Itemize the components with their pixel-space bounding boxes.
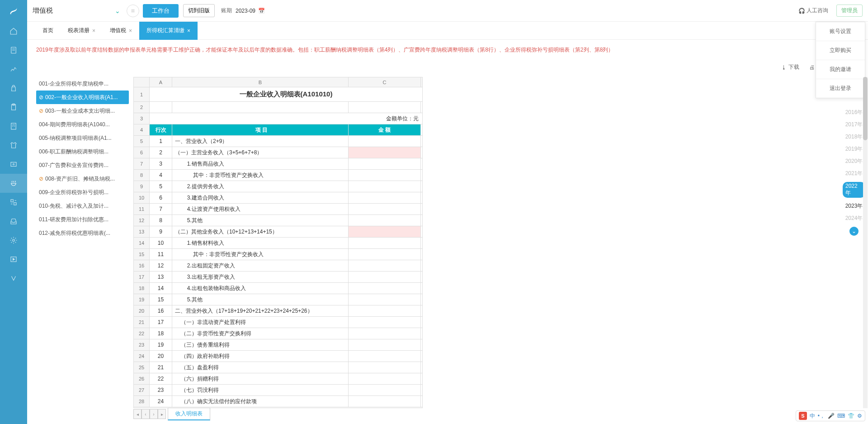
year-2021年[interactable]: 2021年 xyxy=(845,170,863,177)
data-row[interactable]: 2016二、营业外收入（17+18+19+20+21+22+23+24+25+2… xyxy=(134,305,422,317)
year-more-icon[interactable]: ⌄ xyxy=(849,227,859,236)
data-row[interactable]: 1612 2.出租固定资产收入 xyxy=(134,260,422,272)
tree-item-5[interactable]: 006-职工薪酬纳税调整明细... xyxy=(36,145,129,158)
year-2023年[interactable]: 2023年 xyxy=(845,202,863,210)
year-2016年[interactable]: 2016年 xyxy=(845,109,863,116)
nav-gear-icon[interactable] xyxy=(0,231,27,250)
tree-item-3[interactable]: 004-期间费用明细表(A1040... xyxy=(36,118,129,131)
data-row[interactable]: 1410 1.销售材料收入 xyxy=(134,238,422,249)
nav-inbox-icon[interactable] xyxy=(0,212,27,231)
tab-0[interactable]: 首页 xyxy=(35,22,61,40)
ime-keyboard-icon[interactable]: ⌨ xyxy=(837,413,845,419)
year-rail: 2016年2017年2018年2019年2020年2021年2022年2023年… xyxy=(843,109,865,236)
data-row[interactable]: 117 4.让渡资产使用权收入 xyxy=(134,204,422,215)
data-row[interactable]: 139（二）其他业务收入（10+12+13+14+15） xyxy=(134,226,422,238)
sheet-tab[interactable]: 收入明细表 xyxy=(168,408,210,420)
tree-item-8[interactable]: 009-企业所得税弥补亏损明... xyxy=(36,186,129,199)
data-row[interactable]: 1814 4.出租包装物和商品收入 xyxy=(134,283,422,294)
tree-item-1[interactable]: ⊘002-一般企业收入明细表(A1... xyxy=(36,91,129,104)
data-row[interactable]: 2420 （四）政府补助利得 xyxy=(134,351,422,362)
tree-label: 004-期间费用明细表(A1040... xyxy=(39,121,110,129)
product-selector[interactable]: 增值税 ⌄ xyxy=(33,6,123,15)
nav-transfer-icon[interactable] xyxy=(0,193,27,212)
tree-item-2[interactable]: ⊘003-一般企业成本支出明细... xyxy=(36,104,129,118)
sheet-nav-last[interactable]: ▸ xyxy=(158,409,166,419)
data-row[interactable]: 1511 其中：非货币性资产交换收入 xyxy=(134,249,422,260)
ime-bar[interactable]: S 中 •， 🎤 ⌨ 👕 ⚙ xyxy=(796,410,865,421)
circle-menu-icon[interactable] xyxy=(127,5,139,17)
data-row[interactable]: 73 1.销售商品收入 xyxy=(134,158,422,170)
tree-item-9[interactable]: 010-免税、减计收入及加计... xyxy=(36,199,129,213)
data-row[interactable]: 1713 3.出租无形资产收入 xyxy=(134,272,422,283)
data-row[interactable]: 2117 （一）非流动资产处置利得 xyxy=(134,317,422,328)
usermenu-item-2[interactable]: 我的邀请 xyxy=(816,60,865,79)
data-row[interactable]: 128 5.其他 xyxy=(134,215,422,226)
data-row[interactable]: 62（一）主营业务收入（3+5+6+7+8） xyxy=(134,147,422,158)
workbench-button[interactable]: 工作台 xyxy=(143,4,179,18)
tree-label: 002-一般企业收入明细表(A1... xyxy=(45,94,118,101)
switch-old-button[interactable]: 切到旧版 xyxy=(183,4,215,17)
tree-item-7[interactable]: ⊘008-资产折旧、摊销及纳税... xyxy=(36,172,129,186)
page-scrollbar[interactable] xyxy=(863,77,868,408)
usermenu-item-3[interactable]: 退出登录 xyxy=(816,79,865,98)
tree-item-11[interactable]: 012-减免所得税优惠明细表(... xyxy=(36,226,129,240)
nav-bag-icon[interactable] xyxy=(0,79,27,98)
nav-video-icon[interactable] xyxy=(0,250,27,269)
nav-calc-icon[interactable] xyxy=(0,117,27,136)
year-2024年[interactable]: 2024年 xyxy=(845,214,863,222)
period-value[interactable]: 2023-09 xyxy=(236,8,255,14)
nav-v-icon[interactable] xyxy=(0,269,27,288)
year-2019年[interactable]: 2019年 xyxy=(845,145,863,153)
tab-3[interactable]: 所得税汇算清缴× xyxy=(139,22,198,40)
data-row[interactable]: 2218 （二）非货币性资产交换利得 xyxy=(134,328,422,339)
calendar-icon[interactable]: 📅 xyxy=(258,8,265,14)
data-row[interactable]: 2319 （三）债务重组利得 xyxy=(134,339,422,351)
tree-item-0[interactable]: 001-企业所得税年度纳税申... xyxy=(36,77,129,91)
year-2018年[interactable]: 2018年 xyxy=(845,133,863,141)
data-row[interactable]: 2521 （五）盘盈利得 xyxy=(134,362,422,373)
tab-1[interactable]: 税表清册× xyxy=(61,22,103,40)
chevron-down-icon: ⌄ xyxy=(115,7,120,14)
data-row[interactable]: 95 2.提供劳务收入 xyxy=(134,181,422,192)
nav-money-icon[interactable] xyxy=(0,155,27,174)
tree-item-6[interactable]: 007-广告费和业务宣传费跨... xyxy=(36,158,129,172)
data-row[interactable]: 2622 （六）捐赠利得 xyxy=(134,373,422,385)
usermenu-item-1[interactable]: 立即购买 xyxy=(816,41,865,60)
tree-item-4[interactable]: 005-纳税调整项目明细表(A1... xyxy=(36,131,129,145)
admin-button[interactable]: 管理员 xyxy=(836,5,863,17)
nav-chart-icon[interactable] xyxy=(0,60,27,79)
ime-punct-icon[interactable]: •， xyxy=(818,412,825,420)
close-icon[interactable]: × xyxy=(92,28,95,34)
year-2022年[interactable]: 2022年 xyxy=(843,182,865,198)
nav-doc-icon[interactable] xyxy=(0,41,27,60)
nav-bowl-icon[interactable] xyxy=(0,174,27,193)
tab-2[interactable]: 增值税× xyxy=(103,22,139,40)
close-icon[interactable]: × xyxy=(187,28,190,34)
ime-mic-icon[interactable]: 🎤 xyxy=(828,413,835,419)
data-row[interactable]: 2723 （七）罚没利得 xyxy=(134,385,422,396)
close-icon[interactable]: × xyxy=(129,28,132,34)
nav-shirt-icon[interactable] xyxy=(0,136,27,155)
sheet-nav-prev[interactable]: ‹ xyxy=(142,409,150,419)
tree-item-10[interactable]: 011-研发费用加计扣除优惠... xyxy=(36,213,129,226)
usermenu-item-0[interactable]: 账号设置 xyxy=(816,22,865,41)
data-row[interactable]: 2824 （八）确实无法偿付的应付款项 xyxy=(134,396,422,407)
year-2017年[interactable]: 2017年 xyxy=(845,121,863,129)
sheet-nav-first[interactable]: ◂ xyxy=(133,409,142,419)
nav-home-icon[interactable] xyxy=(0,22,27,41)
data-row[interactable]: 1915 5.其他 xyxy=(134,294,422,305)
data-row[interactable]: 51一、营业收入（2+9） xyxy=(134,136,422,147)
ime-lang[interactable]: 中 xyxy=(810,412,815,420)
ime-tools-icon[interactable]: ⚙ xyxy=(857,413,862,419)
ime-skin-icon[interactable]: 👕 xyxy=(848,413,854,419)
year-2020年[interactable]: 2020年 xyxy=(845,157,863,165)
download-button[interactable]: ⭳下载 xyxy=(781,63,799,71)
sheet-nav-next[interactable]: › xyxy=(150,409,158,419)
logo-icon[interactable] xyxy=(0,0,27,22)
data-row[interactable]: 106 3.建造合同收入 xyxy=(134,192,422,204)
scrollbar-thumb[interactable] xyxy=(863,77,868,140)
consult-link[interactable]: 🎧 人工咨询 xyxy=(798,7,828,14)
nav-clipboard-icon[interactable] xyxy=(0,98,27,117)
spreadsheet[interactable]: A B C 1一般企业收入明细表(A101010) 2 3金额单位：元 4行次项… xyxy=(133,77,423,408)
data-row[interactable]: 84 其中：非货币性资产交换收入 xyxy=(134,170,422,181)
